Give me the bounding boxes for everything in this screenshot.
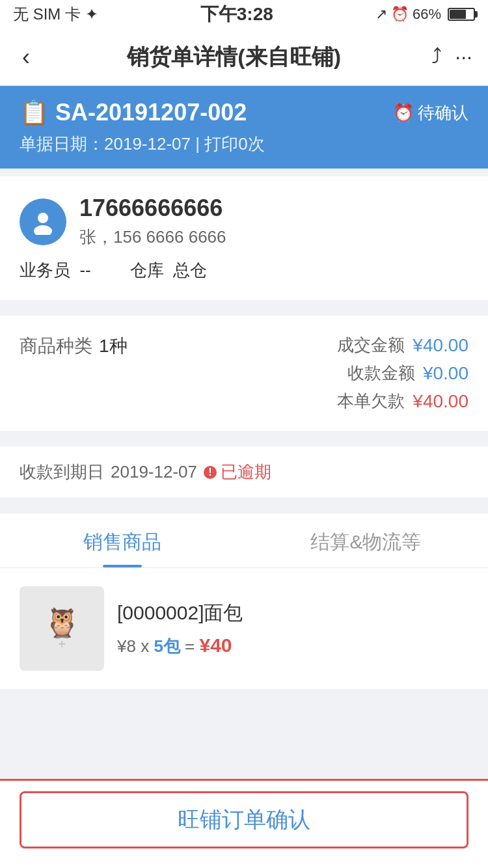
print-label: 打印 <box>204 134 238 154</box>
status-right: ↗ ⏰ 66% <box>375 6 475 23</box>
tab-settlement-label: 结算&物流等 <box>310 531 421 552</box>
order-id-text: SA-20191207-002 <box>55 99 247 126</box>
due-label: 收款到期日 <box>20 461 104 483</box>
clock-icon: ⏰ <box>393 103 414 123</box>
overdue-icon: ! <box>204 466 217 479</box>
debt-row: 本单欠款 ¥40.00 <box>337 390 468 413</box>
tab-sales-products[interactable]: 销售商品 <box>0 513 244 567</box>
order-date-value: 2019-12-07 <box>104 134 191 154</box>
battery-text: 66% <box>413 6 441 23</box>
page-title: 销货单详情(来自旺铺) <box>36 42 431 72</box>
order-id: 📋 SA-20191207-002 <box>20 99 247 126</box>
debt-label: 本单欠款 <box>337 390 405 413</box>
warehouse-field: 仓库 总仓 <box>130 259 207 282</box>
tabs-bar: 销售商品 结算&物流等 <box>0 513 488 568</box>
customer-meta: 业务员 -- 仓库 总仓 <box>20 259 468 282</box>
order-id-icon: 📋 <box>20 99 49 126</box>
share-icon[interactable]: ⤴ <box>431 45 442 69</box>
sales-value: -- <box>79 260 90 280</box>
transaction-label: 成交金额 <box>337 334 405 357</box>
customer-avatar <box>20 198 66 245</box>
tabs-section: 销售商品 结算&物流等 🦉 + [0000002]面包 ¥8 x 5包 = ¥4… <box>0 513 488 689</box>
battery-icon <box>448 8 475 21</box>
print-count: 0 <box>238 134 247 154</box>
product-name: [0000002]面包 <box>117 600 468 627</box>
product-type-value: 1种 <box>99 334 128 359</box>
transaction-row: 成交金额 ¥40.00 <box>337 334 468 357</box>
overdue-badge: ! 已逾期 <box>204 461 271 483</box>
sales-field: 业务员 -- <box>20 259 91 282</box>
order-date-row: 单据日期：2019-12-07 | 打印0次 <box>20 133 468 156</box>
summary-section: 商品种类 1种 成交金额 ¥40.00 收款金额 ¥0.00 本单欠款 ¥40.… <box>0 316 488 431</box>
status-left: 无 SIM 卡 ✦ <box>13 4 98 25</box>
tab-settlement[interactable]: 结算&物流等 <box>244 513 488 567</box>
svg-point-0 <box>38 213 48 223</box>
product-price-row: ¥8 x 5包 = ¥40 <box>117 634 468 658</box>
transaction-amount: ¥40.00 <box>413 335 468 356</box>
overdue-text: 已逾期 <box>221 461 271 483</box>
confirm-label: 旺铺订单确认 <box>178 805 310 835</box>
location-icon: ↗ <box>375 6 387 23</box>
sales-label: 业务员 <box>20 260 70 280</box>
bottom-bar: 旺铺订单确认 <box>0 779 488 868</box>
product-unit-price: ¥8 x <box>117 636 154 656</box>
tab-sales-label: 销售商品 <box>83 531 161 552</box>
customer-name: 张，156 6666 6666 <box>79 226 468 249</box>
order-status: ⏰ 待确认 <box>393 102 468 124</box>
order-header: 📋 SA-20191207-002 ⏰ 待确认 单据日期：2019-12-07 … <box>0 86 488 169</box>
warehouse-value: 总仓 <box>173 260 207 280</box>
product-quantity: 5包 <box>154 636 180 656</box>
divider-2 <box>0 431 488 439</box>
product-thumb-plus-icon: + <box>58 637 66 652</box>
receipt-row: 收款金额 ¥0.00 <box>347 362 468 385</box>
avatar-icon <box>30 209 56 235</box>
product-type-field: 商品种类 1种 <box>20 334 128 359</box>
receipt-amount: ¥0.00 <box>423 363 468 384</box>
date-separator: | <box>191 134 204 154</box>
product-equals: = <box>180 636 200 656</box>
status-time: 下午3:28 <box>200 2 273 27</box>
product-thumbnail: 🦉 + <box>20 586 104 671</box>
order-status-text: 待确认 <box>418 102 468 124</box>
product-thumb-owl-icon: 🦉 <box>44 606 80 640</box>
sim-label: 无 SIM 卡 ✦ <box>13 4 98 25</box>
nav-bar: ‹ 销货单详情(来自旺铺) ⤴ ··· <box>0 29 488 86</box>
receipt-label: 收款金额 <box>347 362 415 385</box>
nav-actions: ⤴ ··· <box>431 45 472 69</box>
print-suffix: 次 <box>248 134 265 154</box>
divider-3 <box>0 498 488 506</box>
amount-summary: 成交金额 ¥40.00 收款金额 ¥0.00 本单欠款 ¥40.00 <box>337 334 468 413</box>
confirm-order-button[interactable]: 旺铺订单确认 <box>20 791 468 848</box>
debt-amount: ¥40.00 <box>413 391 468 412</box>
svg-point-1 <box>34 225 52 235</box>
alarm-icon: ⏰ <box>391 6 409 23</box>
product-item: 🦉 + [0000002]面包 ¥8 x 5包 = ¥40 <box>0 568 488 689</box>
product-total: ¥40 <box>199 634 232 656</box>
customer-phone: 17666666666 <box>79 195 468 222</box>
date-label: 单据日期： <box>20 134 104 154</box>
due-date-value: 2019-12-07 <box>111 462 197 482</box>
customer-info: 17666666666 张，156 6666 6666 <box>79 195 468 249</box>
product-info: [0000002]面包 ¥8 x 5包 = ¥40 <box>117 600 468 658</box>
back-button[interactable]: ‹ <box>16 37 36 77</box>
more-icon[interactable]: ··· <box>455 45 472 69</box>
divider-1 <box>0 300 488 308</box>
due-section: 收款到期日 2019-12-07 ! 已逾期 <box>0 446 488 498</box>
product-type-label: 商品种类 <box>20 334 92 359</box>
status-bar: 无 SIM 卡 ✦ 下午3:28 ↗ ⏰ 66% <box>0 0 488 29</box>
customer-section: 17666666666 张，156 6666 6666 业务员 -- 仓库 总仓 <box>0 176 488 300</box>
warehouse-label: 仓库 <box>130 260 164 280</box>
